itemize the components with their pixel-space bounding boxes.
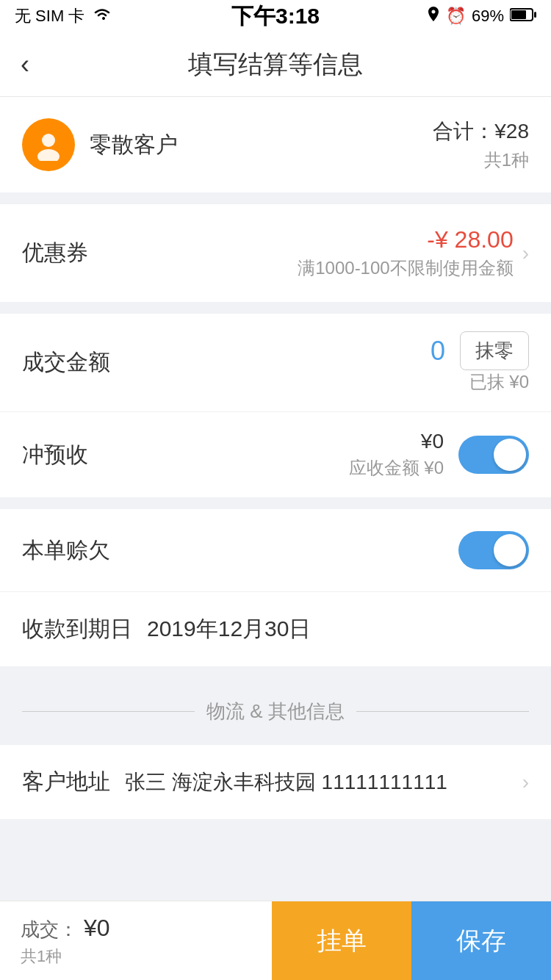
save-button-label: 保存 xyxy=(456,924,506,958)
due-date-row: 收款到期日 2019年12月30日 xyxy=(0,591,551,666)
debit-label: 本单赊欠 xyxy=(22,536,110,566)
debit-toggle[interactable] xyxy=(458,531,529,569)
prepay-amount: ¥0 xyxy=(349,430,444,453)
deal-amount-row: 成交金额 0 抹零 已抹 ¥0 xyxy=(0,314,551,412)
pending-button-label: 挂单 xyxy=(317,924,367,958)
debit-section: 本单赊欠 收款到期日 2019年12月30日 xyxy=(0,509,551,666)
coupon-section: 优惠券 -¥ 28.00 满1000-100不限制使用金额 › xyxy=(0,204,551,302)
deal-amount-value[interactable]: 0 xyxy=(416,336,445,367)
status-bar-time: 下午3:18 xyxy=(231,1,320,32)
bottom-count: 共1种 xyxy=(21,945,251,968)
customer-left: 零散客户 xyxy=(22,118,178,171)
address-chevron-icon: › xyxy=(522,771,529,794)
bottom-info: 成交： ¥0 共1种 xyxy=(0,915,272,968)
coupon-sub: 满1000-100不限制使用金额 xyxy=(298,256,513,280)
status-bar-right: ⏰ 69% xyxy=(427,6,536,26)
coupon-value-block: -¥ 28.00 满1000-100不限制使用金额 xyxy=(298,226,513,280)
content: 零散客户 合计：¥28 共1种 优惠券 -¥ 28.00 满1000-100不限… xyxy=(0,97,551,907)
prepay-toggle[interactable] xyxy=(458,436,529,474)
logistics-title: 物流 & 其他信息 xyxy=(206,699,345,724)
svg-rect-2 xyxy=(534,12,536,18)
chevron-right-icon: › xyxy=(522,242,529,265)
deal-amount-right: 0 抹零 xyxy=(416,331,529,370)
bottom-deal-label: 成交： xyxy=(21,917,78,943)
sim-label: 无 SIM 卡 xyxy=(15,5,84,27)
status-bar-left: 无 SIM 卡 xyxy=(15,5,112,27)
pending-button[interactable]: 挂单 xyxy=(272,901,411,981)
due-date-value[interactable]: 2019年12月30日 xyxy=(147,614,311,644)
due-date-label: 收款到期日 xyxy=(22,614,132,644)
coupon-right: -¥ 28.00 满1000-100不限制使用金额 › xyxy=(298,226,529,280)
alarm-icon: ⏰ xyxy=(446,7,466,26)
coupon-label: 优惠券 xyxy=(22,238,88,268)
deal-amount-label: 成交金额 xyxy=(22,347,110,378)
logistics-header: 物流 & 其他信息 xyxy=(0,678,551,745)
debit-row: 本单赊欠 xyxy=(0,509,551,591)
wifi-icon xyxy=(92,7,112,26)
bottom-bar: 成交： ¥0 共1种 挂单 保存 xyxy=(0,901,551,980)
prepay-label: 冲预收 xyxy=(22,440,88,470)
location-icon xyxy=(427,6,440,26)
save-button[interactable]: 保存 xyxy=(411,901,551,981)
customer-summary: 合计：¥28 共1种 xyxy=(433,118,529,172)
address-section: 客户地址 张三 海淀永丰科技园 11111111111 › xyxy=(0,745,551,819)
right-divider xyxy=(356,711,529,712)
nav-title: 填写结算等信息 xyxy=(188,48,363,82)
svg-rect-1 xyxy=(511,10,526,19)
battery-label: 69% xyxy=(472,7,504,26)
bottom-deal-amount: ¥0 xyxy=(84,915,110,942)
prepay-row: 冲预收 ¥0 应收金额 ¥0 xyxy=(0,412,551,497)
address-label: 客户地址 xyxy=(22,767,110,797)
amount-section: 成交金额 0 抹零 已抹 ¥0 冲预收 ¥0 应收金额 ¥0 xyxy=(0,314,551,497)
customer-avatar xyxy=(22,118,75,171)
deal-amount-sub: 已抹 ¥0 xyxy=(416,370,529,394)
customer-row: 零散客户 合计：¥28 共1种 xyxy=(0,97,551,192)
svg-point-4 xyxy=(37,149,60,161)
toggle-knob xyxy=(494,439,526,471)
prepay-sub: 应收金额 ¥0 xyxy=(349,456,444,480)
coupon-row[interactable]: 优惠券 -¥ 28.00 满1000-100不限制使用金额 › xyxy=(0,204,551,302)
total-count: 共1种 xyxy=(433,148,529,172)
coupon-value: -¥ 28.00 xyxy=(298,226,513,253)
svg-point-3 xyxy=(42,134,55,147)
left-divider xyxy=(22,711,195,712)
total-amount: 合计：¥28 xyxy=(433,118,529,145)
round-zero-button[interactable]: 抹零 xyxy=(460,331,529,370)
address-row[interactable]: 客户地址 张三 海淀永丰科技园 11111111111 › xyxy=(0,745,551,819)
nav-bar: ‹ 填写结算等信息 xyxy=(0,32,551,97)
status-bar: 无 SIM 卡 下午3:18 ⏰ 69% xyxy=(0,0,551,32)
back-button[interactable]: ‹ xyxy=(21,49,29,80)
battery-icon xyxy=(510,7,536,26)
address-value: 张三 海淀永丰科技园 11111111111 xyxy=(125,768,522,796)
customer-name: 零散客户 xyxy=(90,130,178,160)
prepay-right: ¥0 应收金额 ¥0 xyxy=(349,430,529,480)
prepay-values: ¥0 应收金额 ¥0 xyxy=(349,430,444,480)
debit-toggle-knob xyxy=(494,534,526,566)
